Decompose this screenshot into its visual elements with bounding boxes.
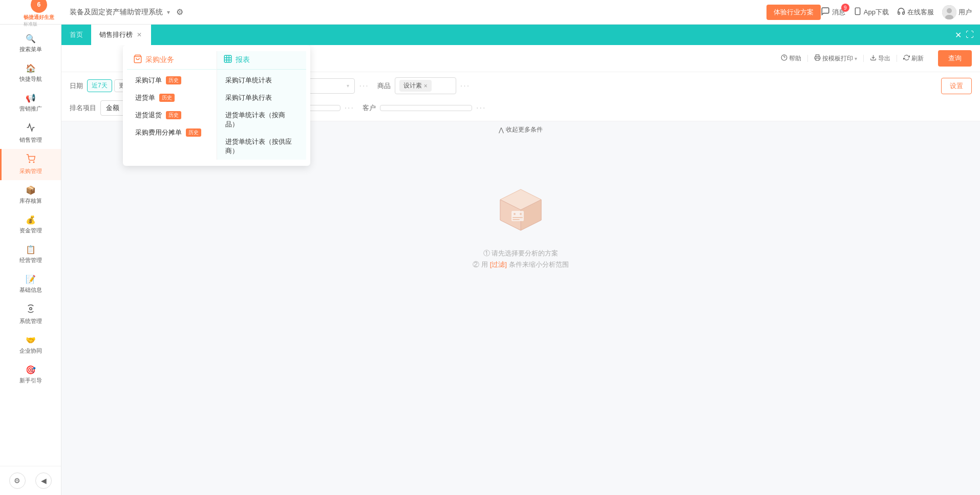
report-col-title: 报表 [236,55,250,64]
purchase-order-stats-label: 采购订单统计表 [225,76,272,85]
industry-btn[interactable]: 体验行业方案 [766,5,821,20]
tab-home[interactable]: 首页 [61,25,91,45]
inbound-label: 进货单 [135,93,155,102]
goods-dots[interactable]: ··· [460,81,470,91]
inbound-stats-supplier-label: 进货单统计表（按供应商） [225,137,299,156]
purchase-col: 采购业务 采购订单 历史 进货单 历史 进货退货 [127,51,217,160]
operations-icon: 📋 [26,245,36,254]
dropdown-item-purchase-order[interactable]: 采购订单 历史 [127,72,217,89]
purchase-col-header: 采购业务 [127,51,217,70]
marketing-icon: 📢 [26,93,36,103]
sidebar-collapse-btn[interactable]: ◀ [35,472,52,489]
goods-tag-close-icon[interactable]: × [424,82,428,90]
refresh-icon [903,54,910,62]
dropdown-item-inbound[interactable]: 进货单 历史 [127,89,217,106]
sidebar-settings-btn[interactable]: ⚙ [9,472,26,489]
sidebar-item-system-label: 系统管理 [19,317,42,325]
collapse-up-icon: ⋀ [499,126,504,134]
customer-label: 客户 [363,103,376,113]
voucher-status-dots[interactable]: ··· [359,81,369,91]
print-dropdown-icon: ▾ [855,56,857,61]
sidebar-item-marketing[interactable]: 📢 营销推广 [0,88,61,118]
tab-close-icon[interactable]: ✕ [136,31,143,38]
expense-label: 采购费用分摊单 [135,128,182,137]
sidebar-item-sales[interactable]: 销售管理 [0,118,61,149]
logo-area: 6 畅捷通好生意 标准版 [8,0,70,28]
svg-rect-21 [513,217,523,218]
dropdown-item-purchase-order-exec[interactable]: 采购订单执行表 [217,89,307,106]
sidebar-item-inventory[interactable]: 📦 库存核算 [0,180,61,210]
sidebar-item-cooperation-label: 企业协同 [19,347,42,355]
refresh-label: 刷新 [911,54,924,63]
dropdown-item-inbound-stats-supplier[interactable]: 进货单统计表（按供应商） [217,133,307,160]
report-col-icon [223,54,232,65]
cooperation-icon: 🤝 [26,335,36,345]
tab-sales-rank-label: 销售排行榜 [99,30,133,39]
customer-dots[interactable]: ··· [476,103,486,113]
help-btn[interactable]: 帮助 [781,54,801,63]
sidebar-item-guide-label: 新手引导 [19,377,42,384]
headset-icon [897,7,905,17]
sidebar-item-guide[interactable]: 🎯 新手引导 [0,360,61,390]
return-label: 进货退货 [135,111,162,120]
salesperson-dots[interactable]: ··· [345,103,354,113]
sidebar-item-marketing-label: 营销推广 [19,105,42,113]
sidebar-item-quicknav[interactable]: 🏠 快捷导航 [0,58,61,88]
date-shortcut-7days[interactable]: 近7天 [87,79,112,92]
dropdown-item-inbound-stats-goods[interactable]: 进货单统计表（按商品） [217,106,307,133]
export-label: 导出 [878,54,890,63]
settings-button[interactable]: 设置 [941,78,972,94]
sidebar-item-operations[interactable]: 📋 经营管理 [0,240,61,269]
online-service-item[interactable]: 在线客服 [897,7,934,17]
svg-rect-2 [855,8,860,14]
svg-point-7 [29,162,30,163]
sidebar-item-finance[interactable]: 💰 资金管理 [0,210,61,240]
purchase-col-icon [133,54,142,65]
purchase-icon [26,154,35,165]
sidebar-item-basicinfo[interactable]: 📝 基础信息 [0,269,61,299]
phone-icon [854,7,862,17]
help-label: 帮助 [789,54,801,63]
message-icon [821,7,830,17]
sidebar-item-inventory-label: 库存核算 [19,197,42,205]
user-item[interactable]: 用户 [942,5,972,19]
sidebar: 🔍 搜索菜单 🏠 快捷导航 📢 营销推广 销售管理 [0,25,61,495]
refresh-btn[interactable]: 刷新 [903,54,924,63]
app-download-item[interactable]: App下载 [854,7,889,17]
svg-point-20 [520,213,522,215]
dropdown-item-purchase-order-stats[interactable]: 采购订单统计表 [217,72,307,89]
page-content: 帮助 按模板打印 ▾ [61,45,980,495]
dropdown-item-expense[interactable]: 采购费用分摊单 历史 [127,124,217,141]
export-btn[interactable]: 导出 [870,54,890,63]
tab-close-all-icon[interactable]: ✕ [955,30,962,40]
system-name-dropdown-icon[interactable]: ▾ [167,9,170,16]
purchase-order-label: 采购订单 [135,76,162,85]
online-service-label: 在线客服 [907,8,934,17]
basicinfo-icon: 📝 [26,274,36,284]
report-col-header: 报表 [217,51,307,70]
sidebar-item-cooperation[interactable]: 🤝 企业协同 [0,330,61,360]
svg-rect-22 [513,219,520,220]
tab-sales-rank[interactable]: 销售排行榜 ✕ [91,25,151,45]
goods-tag: 设计素 × [399,80,432,92]
sidebar-item-system[interactable]: 系统管理 [0,299,61,330]
tab-bar: 首页 销售排行榜 ✕ ✕ ⛶ [61,25,980,45]
tab-expand-icon[interactable]: ⛶ [966,30,974,39]
svg-rect-12 [816,58,819,60]
dropdown-item-return[interactable]: 进货退货 历史 [127,106,217,124]
sidebar-item-operations-label: 经营管理 [19,256,42,264]
query-button[interactable]: 查询 [938,50,972,67]
user-label: 用户 [958,8,972,17]
print-btn[interactable]: 按模板打印 ▾ [814,54,857,63]
sidebar-item-purchase[interactable]: 采购管理 [0,149,61,180]
purchase-dropdown-menu: 采购业务 采购订单 历史 进货单 历史 进货退货 [123,45,310,166]
sidebar-item-sales-label: 销售管理 [19,136,42,144]
purchase-order-history-tag: 历史 [166,76,181,84]
settings-icon[interactable]: ⚙ [176,7,183,17]
tab-home-label: 首页 [70,30,83,39]
rank-label: 排名项目 [70,103,96,113]
sidebar-item-purchase-label: 采购管理 [19,167,42,175]
message-icon-item[interactable]: 9 消息 [821,7,845,17]
sidebar-item-search[interactable]: 🔍 搜索菜单 [0,29,61,58]
finance-icon: 💰 [26,215,36,225]
